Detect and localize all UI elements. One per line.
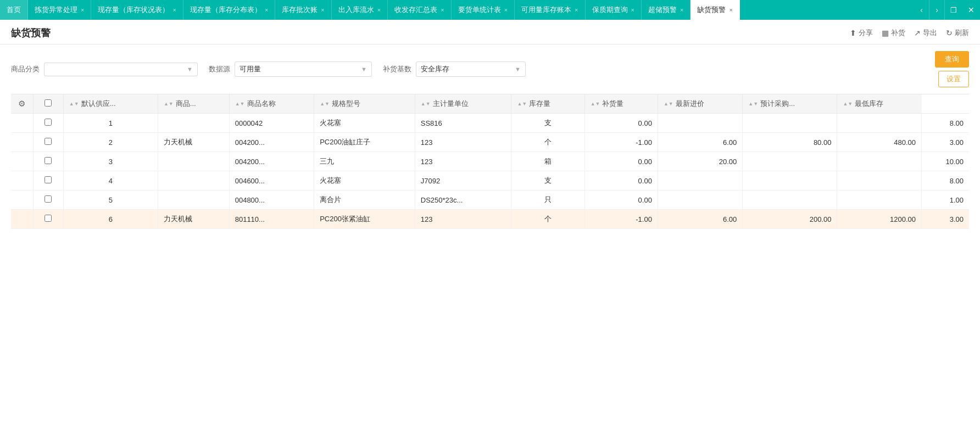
- replenish-icon: ▦: [882, 29, 889, 37]
- replenish-btn[interactable]: ▦ 补货: [882, 28, 905, 38]
- refresh-btn[interactable]: ↻ 刷新: [946, 28, 969, 38]
- row-min-stock: 3.00: [922, 210, 969, 229]
- nav-tab-batch-account[interactable]: 库存批次账×: [275, 0, 331, 20]
- row-checkbox-cell: [33, 171, 63, 191]
- th-spec[interactable]: ▲▼规格型号: [314, 94, 415, 114]
- nav-tab-shortage[interactable]: 缺货预警×: [691, 0, 739, 20]
- export-btn[interactable]: ↗ 导出: [914, 28, 937, 38]
- category-filter-group: 商品分类 ▼: [11, 63, 198, 76]
- th-unit[interactable]: ▲▼主计量单位: [415, 94, 511, 114]
- row-number: 5: [63, 191, 158, 210]
- row-product-code: 004800...: [229, 191, 314, 210]
- select-all-checkbox[interactable]: [44, 99, 52, 107]
- th-est-purchase[interactable]: ▲▼预计采购...: [743, 94, 837, 114]
- restore-window-btn[interactable]: ❐: [945, 0, 962, 20]
- nav-tab-label-order-stat: 要货单统计表: [458, 5, 501, 15]
- table-row: 6力天机械801110...PC200张紧油缸123个-1.006.00200.…: [11, 210, 969, 229]
- th-product-code[interactable]: ▲▼商品...: [158, 94, 229, 114]
- row-stock-qty: -1.00: [584, 210, 658, 229]
- row-est-purchase: [837, 114, 922, 133]
- row-supplier: [158, 191, 229, 210]
- nav-tab-order-stat[interactable]: 要货单统计表×: [452, 0, 515, 20]
- row-number: 6: [63, 210, 158, 229]
- row-stock-qty: -1.00: [584, 133, 658, 152]
- column-settings-icon[interactable]: ⚙: [18, 99, 25, 108]
- nav-tab-overstock[interactable]: 超储预警×: [642, 0, 691, 20]
- row-product-code: 004200...: [229, 133, 314, 152]
- sort-icon-unit: ▲▼: [421, 102, 431, 107]
- row-stock-qty: 0.00: [584, 191, 658, 210]
- th-default-supplier[interactable]: ▲▼默认供应...: [63, 94, 158, 114]
- row-product-code: 0000042: [229, 114, 314, 133]
- nav-tab-home[interactable]: 首页: [0, 0, 28, 20]
- th-replenish-qty[interactable]: ▲▼补货量: [584, 94, 658, 114]
- nav-tab-close-recv-sum[interactable]: ×: [441, 7, 444, 13]
- row-checkbox[interactable]: [44, 176, 52, 183]
- nav-next-arrow[interactable]: ›: [929, 0, 945, 20]
- row-unit: 个: [511, 210, 584, 229]
- replenish-base-select[interactable]: 安全库存 ▼: [416, 61, 526, 77]
- nav-tab-inout-flow[interactable]: 出入库流水×: [332, 0, 388, 20]
- row-spec: SS816: [415, 114, 511, 133]
- row-spec: 123: [415, 210, 511, 229]
- row-replenish-qty: [658, 171, 742, 191]
- nav-prev-arrow[interactable]: ‹: [914, 0, 929, 20]
- replenish-base-label: 补货基数: [383, 64, 411, 74]
- row-checkbox-cell: [33, 114, 63, 133]
- nav-tab-label-pick-abnormal: 拣货异常处理: [35, 5, 77, 15]
- nav-controls: ‹ › ❐ ✕: [914, 0, 980, 20]
- row-checkbox[interactable]: [44, 119, 52, 126]
- row-product-name: 火花塞: [314, 171, 415, 191]
- nav-tab-stock-status[interactable]: 现存量（库存状况表）×: [91, 0, 183, 20]
- row-min-stock: 8.00: [922, 114, 969, 133]
- filter-bar: 商品分类 ▼ 数据源 可用量 ▼ 补货基数 安全库存 ▼ 查询 设置: [0, 44, 980, 94]
- category-select[interactable]: ▼: [44, 63, 198, 76]
- th-latest-price[interactable]: ▲▼最新进价: [658, 94, 742, 114]
- nav-tab-label-stock-dist: 现存量（库存分布表）: [190, 5, 261, 15]
- row-latest-price: 80.00: [743, 133, 837, 152]
- nav-tab-close-avail-ledger[interactable]: ×: [575, 7, 578, 13]
- refresh-icon: ↻: [946, 29, 953, 37]
- filter-actions: 查询 设置: [935, 51, 969, 87]
- row-number: 2: [63, 133, 158, 152]
- nav-tab-label-recv-sum: 收发存汇总表: [394, 5, 437, 15]
- nav-tab-pick-abnormal[interactable]: 拣货异常处理×: [28, 0, 91, 20]
- close-window-btn[interactable]: ✕: [962, 0, 980, 20]
- settings-button[interactable]: 设置: [938, 71, 969, 87]
- nav-tab-close-expire-query[interactable]: ×: [631, 7, 634, 13]
- row-min-stock: 10.00: [922, 152, 969, 171]
- nav-bar: 首页拣货异常处理×现存量（库存状况表）×现存量（库存分布表）×库存批次账×出入库…: [0, 0, 980, 20]
- nav-tab-close-overstock[interactable]: ×: [680, 7, 683, 13]
- nav-tab-close-pick-abnormal[interactable]: ×: [81, 7, 84, 13]
- row-product-code: 801110...: [229, 210, 314, 229]
- share-icon: ⬆: [850, 29, 856, 37]
- row-latest-price: 200.00: [743, 210, 837, 229]
- th-stock-qty[interactable]: ▲▼库存量: [511, 94, 584, 114]
- datasource-select[interactable]: 可用量 ▼: [235, 61, 372, 77]
- nav-tab-avail-ledger[interactable]: 可用量库存账本×: [515, 0, 585, 20]
- row-supplier: [158, 114, 229, 133]
- row-checkbox[interactable]: [44, 157, 52, 164]
- row-checkbox[interactable]: [44, 215, 52, 222]
- table-header-row: ⚙ ▲▼默认供应... ▲▼商品... ▲▼商品名称 ▲▼: [11, 94, 969, 114]
- share-btn[interactable]: ⬆ 分享: [850, 28, 873, 38]
- nav-tab-close-batch-account[interactable]: ×: [321, 7, 324, 13]
- nav-tab-label-overstock: 超储预警: [648, 5, 677, 15]
- row-min-stock: 1.00: [922, 191, 969, 210]
- row-est-purchase: [837, 191, 922, 210]
- nav-tab-close-shortage[interactable]: ×: [729, 7, 732, 13]
- nav-tab-recv-sum[interactable]: 收发存汇总表×: [388, 0, 451, 20]
- page-title: 缺货预警: [11, 26, 850, 40]
- nav-tab-close-stock-dist[interactable]: ×: [265, 7, 268, 13]
- row-checkbox[interactable]: [44, 138, 52, 145]
- row-latest-price: [743, 152, 837, 171]
- nav-tab-close-stock-status[interactable]: ×: [172, 7, 176, 13]
- query-button[interactable]: 查询: [935, 51, 969, 68]
- nav-tab-expire-query[interactable]: 保质期查询×: [586, 0, 642, 20]
- nav-tab-close-order-stat[interactable]: ×: [504, 7, 508, 13]
- row-checkbox[interactable]: [44, 195, 52, 203]
- nav-tab-close-inout-flow[interactable]: ×: [377, 7, 381, 13]
- th-product-name[interactable]: ▲▼商品名称: [229, 94, 314, 114]
- nav-tab-stock-dist[interactable]: 现存量（库存分布表）×: [183, 0, 275, 20]
- th-min-stock[interactable]: ▲▼最低库存: [837, 94, 922, 114]
